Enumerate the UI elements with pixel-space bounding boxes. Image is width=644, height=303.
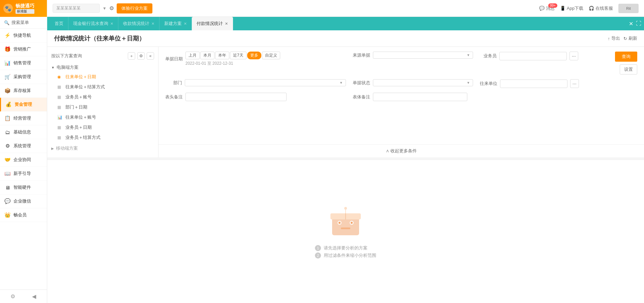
- sidebar-item-wechat[interactable]: 💬 企业微信: [0, 194, 47, 208]
- sidebar-item-enterprise[interactable]: 🤝 企业协同: [0, 153, 47, 167]
- unit-date-icon: ◉: [57, 74, 63, 79]
- scheme-unit-settle[interactable]: ▦ 往来单位＋结算方式: [47, 82, 158, 92]
- empty-hint-1: 1 请先选择要分析的方案: [315, 245, 376, 251]
- sidebar-item-system[interactable]: ⚙ 系统管理: [0, 139, 47, 153]
- sidebar-item-hardware[interactable]: 🖥 智能硬件: [0, 181, 47, 194]
- sidebar-item-finance[interactable]: 💰 资金管理: [0, 98, 47, 112]
- logo-icon: 🐾: [3, 4, 13, 13]
- scheme-dept-date[interactable]: ▦ 部门＋日期: [47, 102, 158, 112]
- sidebar-item-basic-info[interactable]: 🗂 基础信息: [0, 125, 47, 139]
- scheme-unit-account[interactable]: 📊 往来单位＋账号: [47, 112, 158, 122]
- page-content: 付款情况统计（往来单位＋日期） ↑ 导出 ↻ 刷新 按以下方案查询 ＋: [47, 30, 644, 303]
- sidebar-item-quick-nav[interactable]: ⚡ 快捷导航: [0, 29, 47, 42]
- collapse-scheme-btn[interactable]: «: [147, 52, 154, 60]
- sidebar-search[interactable]: 🔍 搜索菜单: [0, 17, 47, 29]
- sidebar-header: 🐾 畅捷通巧 标准版: [0, 0, 47, 17]
- message-icon: 💬: [539, 6, 545, 11]
- date-input-row: 2022-01-01 至 2022-12-31: [185, 61, 346, 66]
- settings-btn[interactable]: 设置: [620, 64, 637, 74]
- desktop-group-header[interactable]: ▼ 电脑端方案: [47, 63, 158, 72]
- scheme-staff-date[interactable]: ▦ 业务员＋日期: [47, 122, 158, 132]
- collapse-sidebar-btn[interactable]: ◀: [25, 293, 44, 300]
- table-body-note-label: 表体备注: [353, 94, 370, 100]
- sidebar-item-operations[interactable]: 📋 经营管理: [0, 112, 47, 125]
- sidebar-menu: ⚡ 快捷导航 🎁 营销推广 📊 销售管理 🛒 采购管理 📦 库存核算 💰 资金管…: [0, 29, 47, 290]
- sidebar-item-inventory[interactable]: 📦 库存核算: [0, 84, 47, 98]
- user-avatar[interactable]: Rit: [618, 4, 639, 13]
- svg-rect-7: [341, 228, 350, 229]
- messages-btn[interactable]: 💬 消息 99+: [539, 5, 555, 11]
- salesperson-dots-btn[interactable]: ···: [569, 52, 578, 60]
- source-doc-arrow-icon: ▼: [467, 53, 470, 57]
- dept-select[interactable]: ▼: [185, 79, 346, 86]
- dept-date-icon: ▦: [57, 105, 63, 110]
- edit-scheme-btn[interactable]: ⚙: [137, 52, 145, 60]
- doc-status-select[interactable]: ▼: [373, 79, 473, 86]
- inventory-icon: 📦: [4, 87, 11, 94]
- this-year-btn[interactable]: 本年: [215, 52, 229, 59]
- enterprise-icon: 🤝: [4, 156, 11, 163]
- app-download-btn[interactable]: 📱 App下载: [560, 5, 583, 11]
- table-header-note-input[interactable]: [185, 93, 287, 101]
- last-7-btn[interactable]: 近7天: [230, 52, 246, 59]
- close-bank-flow-tab[interactable]: ✕: [110, 22, 113, 26]
- close-new-scheme-tab[interactable]: ✕: [184, 22, 187, 26]
- tabs-actions: ✕ ⛶: [629, 21, 641, 27]
- related-unit-input[interactable]: [500, 80, 567, 88]
- date-control: 上月 本月 本年 近7天 更多 自定义 2022-01-01 至 2022-12…: [185, 52, 346, 66]
- close-receipts-stat-tab[interactable]: ✕: [151, 22, 154, 26]
- sidebar-item-guide[interactable]: 📖 新手引导: [0, 167, 47, 181]
- scheme-unit-date[interactable]: ◉ 往来单位＋日期: [47, 72, 158, 82]
- source-doc-select[interactable]: ▼: [373, 52, 473, 59]
- staff-account-icon: ▦: [57, 95, 63, 99]
- topbar-chevron-icon[interactable]: ▼: [103, 6, 107, 11]
- tabs-close-icon[interactable]: ✕: [629, 21, 633, 27]
- tab-home[interactable]: 首页: [50, 17, 68, 30]
- sidebar-item-sales[interactable]: 📊 销售管理: [0, 56, 47, 70]
- mobile-group-header[interactable]: ▶ 移动端方案: [47, 144, 158, 153]
- refresh-btn[interactable]: ↻ 刷新: [623, 35, 637, 41]
- collapse-more-btn[interactable]: ∧ 收起更多条件: [158, 144, 644, 157]
- custom-btn[interactable]: 自定义: [262, 52, 280, 59]
- tab-receipts-stat[interactable]: 收款情况统计 ✕: [118, 17, 159, 30]
- sidebar-item-marketing[interactable]: 🎁 营销推广: [0, 42, 47, 56]
- close-payment-stat-tab[interactable]: ✕: [225, 22, 228, 26]
- query-btn[interactable]: 查询: [615, 52, 637, 62]
- table-header-note-label: 表头备注: [165, 94, 183, 100]
- topbar-gear-icon[interactable]: ⚙: [109, 5, 114, 11]
- add-scheme-btn[interactable]: ＋: [128, 52, 135, 60]
- filter-row-3: 表头备注 表体备注: [165, 93, 637, 101]
- settings-footer-btn[interactable]: ⚙: [3, 293, 22, 300]
- this-month-btn[interactable]: 本月: [200, 52, 214, 59]
- tab-new-scheme[interactable]: 新建方案 ✕: [159, 17, 192, 30]
- source-doc-label: 来源单据: [353, 52, 370, 58]
- scheme-staff-account[interactable]: ▦ 业务员＋账号: [47, 92, 158, 102]
- tab-bank-flow[interactable]: 现金银行流水查询 ✕: [68, 17, 118, 30]
- sidebar-item-member[interactable]: 👑 畅会员: [0, 208, 47, 222]
- filter-row-1: 单据日期 上月 本月 本年 近7天 更多 自定义: [165, 52, 637, 74]
- filter-form-area: 单据日期 上月 本月 本年 近7天 更多 自定义: [158, 47, 644, 157]
- operations-icon: 📋: [4, 115, 11, 122]
- scheme-staff-settle[interactable]: ▦ 业务员＋结算方式: [47, 132, 158, 143]
- trial-btn[interactable]: 体验行业方案: [117, 3, 152, 13]
- sidebar-item-purchase[interactable]: 🛒 采购管理: [0, 70, 47, 84]
- export-btn[interactable]: ↑ 导出: [608, 35, 620, 41]
- related-unit-dots-btn[interactable]: ···: [570, 79, 579, 88]
- table-body-note-input[interactable]: [373, 93, 467, 101]
- member-icon: 👑: [4, 212, 11, 218]
- collapse-arrow-icon: ∧: [386, 148, 391, 153]
- dept-field: 部门 ▼: [165, 79, 346, 86]
- last-month-btn[interactable]: 上月: [185, 52, 200, 59]
- more-btn[interactable]: 更多: [247, 52, 261, 59]
- desktop-scheme-group: ▼ 电脑端方案 ◉ 往来单位＋日期 ▦ 往来单位＋结算方式 ▦ 业务员＋账号: [47, 63, 158, 143]
- topbar-right: 💬 消息 99+ 📱 App下载 🎧 在线客服 Rit: [539, 4, 639, 13]
- dept-label: 部门: [165, 80, 182, 86]
- main-area: 某某某某某某 ▼ ⚙ 体验行业方案 💬 消息 99+ 📱 App下载 🎧 在线客…: [47, 0, 644, 303]
- filter-row-2: 部门 ▼ 单据状态 ▼: [165, 79, 637, 88]
- related-unit-field: 往来单位 ···: [480, 79, 600, 88]
- customer-service-btn[interactable]: 🎧 在线客服: [589, 5, 613, 11]
- tab-payment-stat[interactable]: 付款情况统计 ✕: [192, 17, 233, 30]
- salesperson-input[interactable]: [499, 52, 567, 60]
- tabs-expand-icon[interactable]: ⛶: [636, 21, 641, 27]
- doc-status-field: 单据状态 ▼: [353, 79, 473, 86]
